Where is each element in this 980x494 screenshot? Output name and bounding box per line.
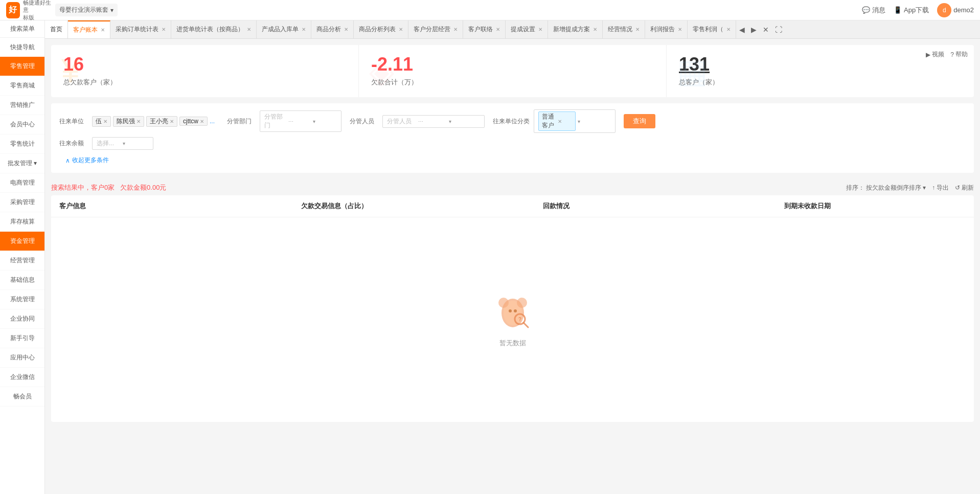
filter-category-select[interactable]: 普通客户 ✕ ▾ <box>534 109 616 133</box>
chevron-down-icon: ▾ <box>110 7 113 14</box>
filter-category-label: 往来单位分类 <box>493 117 530 126</box>
filter-row-remainder: 往来余额 选择... ▾ <box>59 137 966 150</box>
workspace-selector[interactable]: 母婴行业演示账套 ▾ <box>55 4 118 16</box>
empty-state: ? 暂无数据 <box>492 261 533 378</box>
filter-more-units[interactable]: ... <box>210 118 215 125</box>
tab-product-entry[interactable]: 产成品入库单 ✕ <box>257 20 311 39</box>
sidebar-item-retail-stats[interactable]: 零售统计 <box>0 134 44 154</box>
sidebar-item-retail-mall[interactable]: 零售商城 <box>0 76 44 96</box>
stat-value-debt: -2.11 <box>371 55 654 74</box>
search-result-text: 搜索结果中，客户0家 欠款金额0.00元 <box>51 183 166 192</box>
tab-retail-profit[interactable]: 零售利润（ ✕ <box>688 20 736 39</box>
tab-close-business[interactable]: ✕ <box>635 27 640 32</box>
tabs-fullscreen[interactable]: ⛶ <box>772 20 785 39</box>
tabs-nav-prev[interactable]: ◀ <box>736 20 748 39</box>
query-button[interactable]: 查询 <box>624 114 655 128</box>
refresh-button[interactable]: ↺ 刷新 <box>955 184 974 192</box>
tabs-nav-next[interactable]: ▶ <box>748 20 760 39</box>
sidebar-search[interactable]: 搜索菜单 <box>0 20 44 38</box>
top-bar: 好 畅捷通好生意 标版 母婴行业演示账套 ▾ 💬 消息 📱 App下载 d <box>0 0 980 20</box>
sidebar-item-guide[interactable]: 新手引导 <box>0 329 44 348</box>
tab-close-profit[interactable]: ✕ <box>678 27 682 32</box>
tab-product-analysis-list[interactable]: 商品分析列表 ✕ <box>354 20 408 39</box>
stat-label-customers: 总欠款客户（家） <box>63 78 346 87</box>
tab-business-status[interactable]: 经营情况 ✕ <box>603 20 645 39</box>
tabs-close-all[interactable]: ✕ <box>760 20 772 39</box>
video-button[interactable]: ▶ 视频 <box>926 50 944 59</box>
sidebar-item-app-center[interactable]: 应用中心 <box>0 348 44 368</box>
sidebar-item-wechat[interactable]: 企业微信 <box>0 368 44 387</box>
table-header: 客户信息 欠款交易信息（占比） 回款情况 到期未收款日期 <box>51 195 974 217</box>
tab-close-product-analysis[interactable]: ✕ <box>344 27 348 32</box>
filter-tag-category-close[interactable]: ✕ <box>558 119 572 124</box>
filter-remainder-select[interactable]: 选择... ▾ <box>92 137 153 150</box>
filter-tag-cjttcw: cjttcw ✕ <box>179 117 208 126</box>
filter-tag-cjttcw-close[interactable]: ✕ <box>200 119 204 124</box>
message-button[interactable]: 💬 消息 <box>862 6 885 15</box>
sidebar-item-member2[interactable]: 畅会员 <box>0 387 44 407</box>
sidebar-item-basic-info[interactable]: 基础信息 <box>0 271 44 290</box>
tab-close-product-entry[interactable]: ✕ <box>302 27 306 32</box>
tab-purchase-order-stats[interactable]: 采购订单统计表 ✕ <box>110 20 171 39</box>
sidebar-item-marketing[interactable]: 营销推广 <box>0 96 44 115</box>
tab-close-product-list[interactable]: ✕ <box>399 27 403 32</box>
empty-text: 暂无数据 <box>499 339 526 348</box>
sidebar-item-enterprise[interactable]: 企业协同 <box>0 309 44 329</box>
svg-point-2 <box>498 298 509 308</box>
tab-close-commission[interactable]: ✕ <box>538 27 542 32</box>
sidebar-item-purchase[interactable]: 采购管理 <box>0 193 44 212</box>
tab-close-purchase[interactable]: ✕ <box>162 27 166 32</box>
sidebar-item-finance[interactable]: 资金管理 <box>0 232 44 251</box>
chevron-down-icon4: ▾ <box>123 141 149 146</box>
tab-product-analysis[interactable]: 商品分析 ✕ <box>311 20 354 39</box>
col-repayment: 回款情况 <box>543 201 785 211</box>
content-area: 首页 客户账本 ✕ 采购订单统计表 ✕ 进货单统计表（按商品） ✕ 产成品入库单… <box>45 20 980 494</box>
sidebar-item-operation[interactable]: 经营管理 <box>0 251 44 271</box>
tab-customer-contact[interactable]: 客户联络 ✕ <box>463 20 506 39</box>
svg-text:?: ? <box>518 317 521 322</box>
filter-remainder-label: 往来余额 <box>59 139 88 148</box>
export-button[interactable]: ↑ 导出 <box>932 184 949 192</box>
tab-close-retail-profit[interactable]: ✕ <box>726 27 731 32</box>
filter-person-select[interactable]: 分管人员 ⋯ ▾ <box>382 115 485 128</box>
filter-dept-select[interactable]: 分管部门 ⋯ ▾ <box>260 110 341 132</box>
filter-tag-wang: 王小亮 ✕ <box>146 116 177 127</box>
tab-customer-account[interactable]: 客户账本 ✕ <box>68 20 110 39</box>
app-download-button[interactable]: 📱 App下载 <box>894 6 929 15</box>
svg-point-4 <box>509 309 512 312</box>
logo-text: 畅捷通好生意 标版 <box>23 0 51 21</box>
filter-tag-chen-close[interactable]: ✕ <box>136 119 141 124</box>
tab-close-customer-account[interactable]: ✕ <box>101 27 105 33</box>
tab-close-contact[interactable]: ✕ <box>496 27 500 32</box>
top-bar-left: 好 畅捷通好生意 标版 母婴行业演示账套 ▾ <box>6 0 118 21</box>
sidebar-item-member[interactable]: 会员中心 <box>0 115 44 134</box>
tabs-bar: 首页 客户账本 ✕ 采购订单统计表 ✕ 进货单统计表（按商品） ✕ 产成品入库单… <box>45 20 980 39</box>
sort-select[interactable]: 排序： 按欠款金额倒序排序 ▾ <box>846 184 926 192</box>
tab-close-segment[interactable]: ✕ <box>453 27 458 32</box>
data-table: 客户信息 欠款交易信息（占比） 回款情况 到期未收款日期 <box>51 195 974 422</box>
help-button[interactable]: ? 帮助 <box>950 50 968 59</box>
sidebar-quick-nav[interactable]: 快捷导航 <box>0 38 44 57</box>
sidebar-item-retail-management[interactable]: 零售管理 <box>0 57 44 76</box>
tab-close-purchase-goods[interactable]: ✕ <box>247 27 251 32</box>
stat-card-customers: ¥ 16 总欠款客户（家） <box>51 45 359 97</box>
tab-new-commission[interactable]: 新增提成方案 ✕ <box>548 20 603 39</box>
filter-tag-wu-close[interactable]: ✕ <box>103 119 107 124</box>
collapse-button[interactable]: ∧ 收起更多条件 <box>59 154 966 167</box>
sidebar-item-wholesale[interactable]: 批发管理 ▾ <box>0 154 44 173</box>
stat-value-customers: 16 <box>63 55 346 74</box>
sidebar-item-system[interactable]: 系统管理 <box>0 290 44 309</box>
filter-tag-wang-close[interactable]: ✕ <box>170 119 174 124</box>
tab-close-new-commission[interactable]: ✕ <box>593 27 597 32</box>
tab-purchase-goods-stats[interactable]: 进货单统计表（按商品） ✕ <box>171 20 257 39</box>
search-result-bar: 搜索结果中，客户0家 欠款金额0.00元 排序： 按欠款金额倒序排序 ▾ ↑ 导… <box>51 179 974 195</box>
tab-customer-segment[interactable]: 客户分层经营 ✕ <box>408 20 463 39</box>
sidebar-item-ecommerce[interactable]: 电商管理 <box>0 173 44 193</box>
sidebar-item-inventory[interactable]: 库存核算 <box>0 212 44 232</box>
chevron-down-icon3: ▾ <box>578 119 611 124</box>
tab-home[interactable]: 首页 <box>45 20 68 39</box>
tab-profit-report[interactable]: 利润报告 ✕ <box>645 20 688 39</box>
chevron-down-icon2: ▾ <box>449 119 480 124</box>
user-menu[interactable]: d demo2 <box>937 3 974 17</box>
tab-commission-settings[interactable]: 提成设置 ✕ <box>506 20 548 39</box>
